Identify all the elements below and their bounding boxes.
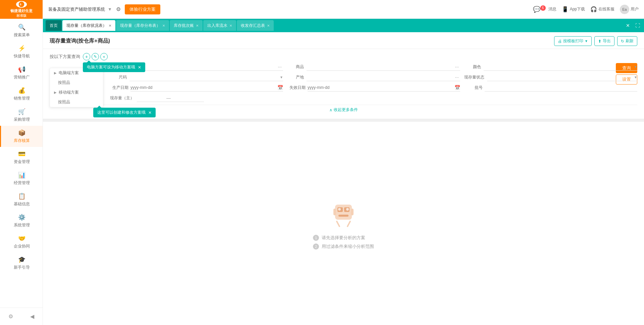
print-dropdown-icon: ▼ xyxy=(585,39,588,43)
inv-status-input[interactable] xyxy=(487,73,634,81)
scheme-list: ▶ 电脑端方案 按照品 ▶ 移动端方案 按照品 xyxy=(50,68,103,107)
sidebar-item-search-label: 搜索菜单 xyxy=(14,32,30,38)
phone-icon: 📱 xyxy=(562,6,569,12)
sidebar-settings-btn[interactable]: ⚙ xyxy=(6,312,16,321)
inv-status-dropdown[interactable]: ▼ xyxy=(634,75,637,79)
tab-summary[interactable]: 收发存汇总表 ✕ xyxy=(237,20,274,31)
inventory-icon: 📦 xyxy=(18,129,25,137)
origin-label: 产地 xyxy=(287,74,304,80)
scheme-list-mobile-item-1[interactable]: 按照品 xyxy=(50,97,103,107)
export-icon: ⬆ xyxy=(598,39,601,44)
goods-dots[interactable]: ··· xyxy=(453,64,460,69)
sidebar-item-marketing[interactable]: 📢 营销推广 xyxy=(0,62,43,84)
sidebar-item-purchase[interactable]: 🛒 采购管理 xyxy=(0,105,43,126)
add-scheme-btn[interactable]: + xyxy=(83,53,90,60)
sidebar-item-finance[interactable]: 💳 资金管理 xyxy=(0,147,43,168)
filter-item-inv-main: 现存量（主） — xyxy=(110,94,204,102)
tab-inventory-dist-label: 现存量（库存分布表） xyxy=(120,23,160,29)
inv-main-to-input[interactable] xyxy=(173,94,200,102)
sidebar-item-operations[interactable]: 📊 经营管理 xyxy=(0,168,43,189)
sidebar: 6 畅捷通好生意 标准版 🔍 搜索菜单 ⚡ 快捷导航 📢 营销推广 💰 销售管理… xyxy=(0,0,43,325)
tabbar-fullscreen-btn[interactable]: ⛶ xyxy=(634,21,641,30)
filter-item-goods: 商品 ··· xyxy=(287,63,460,71)
origin-dots[interactable]: ··· xyxy=(453,74,460,80)
topbar-user[interactable]: Ea 用户 xyxy=(620,5,639,14)
goods-input[interactable] xyxy=(307,63,453,70)
svg-rect-6 xyxy=(333,209,336,215)
tab-inventory-status-close[interactable]: ✕ xyxy=(109,24,111,28)
tabbar-close-all-btn[interactable]: ✕ xyxy=(625,21,631,30)
message-icon: 💬 xyxy=(533,6,540,13)
filter-item-batch-no: 批号 xyxy=(464,84,637,92)
sidebar-item-sales[interactable]: 💰 销售管理 xyxy=(0,84,43,105)
scheme-mobile-item-label: 按照品 xyxy=(58,99,70,105)
sidebar-item-nav[interactable]: ⚡ 快捷导航 xyxy=(0,41,43,62)
sidebar-item-enterprise[interactable]: 🤝 企业协同 xyxy=(0,231,43,253)
warehouse-input[interactable] xyxy=(129,63,276,70)
topbar-online-service[interactable]: 🎧 在线客服 xyxy=(590,6,614,12)
filter-row-3: 生产日期 📅 失效日期 📅 批号 xyxy=(110,84,637,92)
size-dropdown[interactable]: ▼ xyxy=(280,75,283,79)
svg-point-0 xyxy=(18,1,24,7)
tab-inventory-dist[interactable]: 现存量（库存分布表） ✕ xyxy=(116,20,169,31)
warehouse-dots[interactable]: ··· xyxy=(276,64,283,69)
refresh-btn[interactable]: ↻ 刷新 xyxy=(617,36,637,46)
expire-date-label: 失效日期 xyxy=(287,85,306,91)
expire-date-calendar-icon[interactable]: 📅 xyxy=(454,85,460,90)
svg-text:6: 6 xyxy=(20,3,21,6)
size-input[interactable] xyxy=(129,73,280,81)
system-name: 装备及固定资产辅助管理系统 xyxy=(48,6,105,12)
tab-home[interactable]: 首页 xyxy=(46,20,62,31)
finance-icon: 💳 xyxy=(18,150,25,158)
scheme-list-pc-item-1[interactable]: 按照品 xyxy=(50,78,103,88)
color-dropdown[interactable]: ▼ xyxy=(634,65,637,69)
sidebar-item-system[interactable]: ⚙️ 系统管理 xyxy=(0,210,43,231)
filter-label: 按以下方案查询 xyxy=(50,54,80,60)
page-title: 现存量查询(按仓库+商品) xyxy=(50,38,110,45)
tab-inout-close[interactable]: ✕ xyxy=(229,24,232,28)
export-btn[interactable]: ⬆ 导出 xyxy=(594,36,614,46)
purchase-icon: 🛒 xyxy=(18,108,25,115)
batch-no-wrap xyxy=(485,84,637,92)
system-dropdown-icon[interactable]: ▼ xyxy=(108,7,112,12)
tab-batch[interactable]: 库存批次账 ✕ xyxy=(170,20,203,31)
sidebar-item-guide[interactable]: 🎓 新手引导 xyxy=(0,253,43,274)
svg-rect-7 xyxy=(351,209,354,215)
industry-btn[interactable]: 体验行业方案 xyxy=(125,4,160,14)
back-scheme-btn[interactable]: « xyxy=(100,53,108,60)
sidebar-item-basic[interactable]: 📋 基础信息 xyxy=(0,189,43,210)
user-avatar: Ea xyxy=(620,5,629,14)
produce-date-input[interactable] xyxy=(130,84,276,91)
sidebar-collapse-btn[interactable]: ◀ xyxy=(28,312,37,321)
filter-row-1: 仓库 ··· 商品 ··· 颜色 xyxy=(110,63,637,71)
page-title-row: 现存量查询(按仓库+商品) 🖨 按模板打印 ▼ ⬆ 导出 ↻ 刷新 xyxy=(50,36,637,49)
tab-batch-label: 库存批次账 xyxy=(174,23,194,29)
tab-inout[interactable]: 出入库流水 ✕ xyxy=(203,20,236,31)
batch-no-input[interactable] xyxy=(485,84,637,91)
guide-icon: 🎓 xyxy=(18,256,25,263)
empty-steps: 1 请先选择要分析的方案 2 用过滤条件来缩小分析范围 xyxy=(313,235,374,252)
size-field-wrap: ▼ xyxy=(129,73,283,81)
template-print-btn[interactable]: 🖨 按模板打印 ▼ xyxy=(554,36,592,46)
page-header-actions: 🖨 按模板打印 ▼ ⬆ 导出 ↻ 刷新 xyxy=(554,36,637,46)
topbar-message[interactable]: 💬 6 消息 xyxy=(533,6,556,13)
color-input[interactable] xyxy=(484,63,634,70)
tab-inventory-dist-close[interactable]: ✕ xyxy=(162,24,165,28)
tabbar-right: ✕ ⛶ xyxy=(625,21,641,30)
empty-state: 1 请先选择要分析的方案 2 用过滤条件来缩小分析范围 xyxy=(43,122,644,325)
inv-main-from-input[interactable] xyxy=(137,94,164,102)
produce-date-calendar-icon[interactable]: 📅 xyxy=(277,85,283,90)
edit-scheme-btn[interactable]: ✎ xyxy=(92,53,99,60)
tab-inventory-status[interactable]: 现存量（库存状况表） ✕ xyxy=(62,20,115,31)
tab-summary-close[interactable]: ✕ xyxy=(267,24,270,28)
expire-date-input[interactable] xyxy=(308,84,453,91)
topbar-app-download[interactable]: 📱 App下载 xyxy=(562,6,585,12)
sidebar-item-inventory[interactable]: 📦 库存核算 xyxy=(0,126,43,147)
scheme-pc-item-label: 按照品 xyxy=(58,80,70,86)
tooltip-scheme-close[interactable]: ✕ xyxy=(138,65,141,70)
tab-batch-close[interactable]: ✕ xyxy=(196,24,199,28)
tooltip-edit-close[interactable]: ✕ xyxy=(148,110,152,115)
origin-input[interactable] xyxy=(307,73,453,81)
sidebar-item-search[interactable]: 🔍 搜索菜单 xyxy=(0,20,43,41)
topbar-settings-icon[interactable]: ⚙ xyxy=(116,6,121,12)
